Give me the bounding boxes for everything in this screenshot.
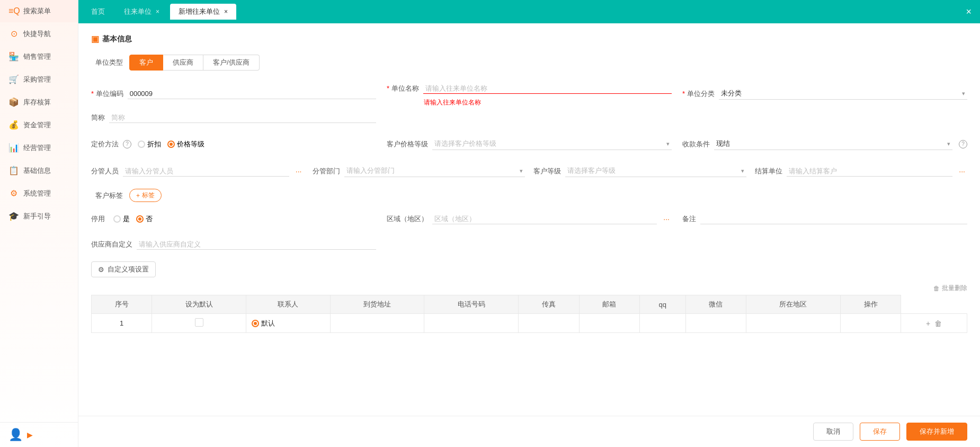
unit-code-value-wrapper <box>128 89 376 99</box>
sidebar-item-inventory[interactable]: 📦 库存核算 <box>0 91 78 113</box>
sidebar-item-finance-mgmt[interactable]: 💰 资金管理 <box>0 113 78 136</box>
row-add-icon[interactable]: + <box>926 319 930 328</box>
department-select[interactable]: 请输入分管部门 ▾ <box>344 165 525 177</box>
contact-table: 序号 设为默认 联系人 到货地址 电话号码 传真 邮箱 qq 微信 所在地区 操… <box>91 295 967 333</box>
add-tag-button[interactable]: + 标签 <box>129 189 162 202</box>
tab-new-partner-close[interactable]: × <box>224 8 228 15</box>
tab-new-partner[interactable]: 新增往来单位 × <box>170 4 236 20</box>
supplier-custom-input[interactable] <box>139 240 374 248</box>
pricing-pricelevel-radio <box>167 141 175 148</box>
remark-input[interactable] <box>702 215 965 223</box>
unit-name-label: 单位名称 <box>387 84 419 93</box>
customer-price-level-select[interactable]: 请选择客户价格等级 ▾ <box>432 138 672 150</box>
customer-level-chevron-icon: ▾ <box>741 168 744 174</box>
remark-value-wrapper <box>700 214 967 224</box>
manager-dots-btn[interactable]: ··· <box>293 167 304 176</box>
row-customer-tag: 客户标签 + 标签 <box>91 189 967 202</box>
disabled-yes-label: 是 <box>123 214 130 224</box>
unit-type-both-btn[interactable]: 客户/供应商 <box>203 55 260 71</box>
region-value-wrapper <box>432 214 657 224</box>
payment-terms-select[interactable]: 现结 ▾ <box>714 138 952 150</box>
sidebar-item-label: 销售管理 <box>23 52 51 62</box>
purchase-icon: 🛒 <box>8 74 19 84</box>
customize-btn-label: 自定义项设置 <box>108 265 149 274</box>
row-fax-cell[interactable] <box>579 314 639 333</box>
row-default-radio-item[interactable]: 默认 <box>252 319 324 328</box>
row-delete-icon[interactable]: 🗑 <box>934 319 942 328</box>
customize-settings-button[interactable]: ⚙ 自定义项设置 <box>91 261 156 277</box>
expand-icon: ▶ <box>27 431 33 439</box>
pricing-pricelevel-option[interactable]: 价格等级 <box>167 139 204 149</box>
col-region: 所在地区 <box>746 295 840 314</box>
region-label: 区域（地区） <box>387 214 428 224</box>
sidebar-item-base-info[interactable]: 📋 基础信息 <box>0 159 78 182</box>
row-phone-cell[interactable] <box>519 314 579 333</box>
sidebar-item-sales-mgmt[interactable]: 🏪 销售管理 <box>0 45 78 68</box>
save-new-button[interactable]: 保存并新增 <box>906 423 967 441</box>
sidebar-item-ops-mgmt[interactable]: 📊 经营管理 <box>0 136 78 159</box>
manager-value-wrapper <box>123 166 289 177</box>
form-content: ▣ 基本信息 单位类型 客户 供应商 客户/供应商 单位编码 <box>78 23 980 416</box>
tab-bar: 首页 往来单位 × 新增往来单位 × × <box>78 0 980 23</box>
sys-icon: ⚙ <box>8 188 19 198</box>
remark-field: 备注 <box>682 211 967 227</box>
sidebar-item-beginner-guide[interactable]: 🎓 新手引导 <box>0 205 78 227</box>
row-contact-cell[interactable] <box>330 314 424 333</box>
department-placeholder: 请输入分管部门 <box>346 166 520 176</box>
customer-level-select[interactable]: 请选择客户等级 ▾ <box>565 165 746 177</box>
row-pricing: 定价方法 ? 折扣 价格等级 客户价格等级 请选择客户价格等级 <box>91 135 967 153</box>
sidebar-item-purchase-mgmt[interactable]: 🛒 采购管理 <box>0 68 78 91</box>
payment-terms-value: 现结 <box>716 139 947 148</box>
row-shortname: 简称 <box>91 109 967 126</box>
sidebar-item-quick-nav[interactable]: ⊙ 快捷导航 <box>0 22 78 45</box>
row-email-cell[interactable] <box>640 314 685 333</box>
row-disabled-region-remark: 停用 是 否 区域（地区） ··· <box>91 211 967 227</box>
sidebar: ≡Q 搜索菜单 ⊙ 快捷导航 🏪 销售管理 🛒 采购管理 📦 库存核算 💰 资金… <box>0 0 78 447</box>
disabled-yes-option[interactable]: 是 <box>113 214 130 224</box>
unit-category-value: 未分类 <box>721 89 962 98</box>
cancel-button[interactable]: 取消 <box>813 423 853 441</box>
row-checkbox[interactable] <box>195 318 203 327</box>
unit-type-supplier-btn[interactable]: 供应商 <box>163 55 203 71</box>
section-basic-info: ▣ 基本信息 <box>91 34 967 44</box>
save-button[interactable]: 保存 <box>860 423 900 441</box>
row-wechat-cell[interactable] <box>746 314 840 333</box>
unit-code-input[interactable] <box>130 90 374 98</box>
disabled-no-option[interactable]: 否 <box>136 214 153 224</box>
pricing-method-label: 定价方法 <box>91 139 119 149</box>
tab-home[interactable]: 首页 <box>83 4 113 20</box>
pricing-help-icon[interactable]: ? <box>123 140 131 148</box>
row-address-cell[interactable] <box>424 314 519 333</box>
short-name-field: 简称 <box>91 109 376 126</box>
sidebar-item-sys-mgmt[interactable]: ⚙ 系统管理 <box>0 182 78 205</box>
supplier-custom-value-wrapper <box>137 239 376 250</box>
settlement-unit-dots-btn[interactable]: ··· <box>957 167 967 176</box>
batch-delete-label[interactable]: 批量删除 <box>942 284 967 293</box>
payment-terms-help-icon[interactable]: ? <box>959 140 967 148</box>
col-email: 邮箱 <box>579 295 639 314</box>
short-name-label: 简称 <box>91 113 105 122</box>
col-fax: 传真 <box>519 295 579 314</box>
table-header-row: 序号 设为默认 联系人 到货地址 电话号码 传真 邮箱 qq 微信 所在地区 操… <box>92 295 967 314</box>
tab-partner-list-close[interactable]: × <box>156 8 159 15</box>
manager-input[interactable] <box>125 167 287 175</box>
unit-type-row: 单位类型 客户 供应商 客户/供应商 <box>91 55 967 71</box>
manager-label: 分管人员 <box>91 166 119 176</box>
row-region-cell[interactable] <box>840 314 901 333</box>
settlement-unit-input[interactable] <box>789 167 951 175</box>
short-name-input[interactable] <box>111 113 374 121</box>
unit-category-select[interactable]: 未分类 ▾ <box>719 87 967 100</box>
tab-partner-list[interactable]: 往来单位 × <box>115 4 168 20</box>
region-input[interactable] <box>434 215 655 223</box>
pricing-discount-option[interactable]: 折扣 <box>138 139 161 149</box>
department-chevron-icon: ▾ <box>520 168 523 174</box>
row-qq-cell[interactable] <box>685 314 746 333</box>
close-all-tabs-button[interactable]: × <box>961 4 976 20</box>
unit-code-label: 单位编码 <box>91 89 123 99</box>
payment-terms-label: 收款条件 <box>682 139 710 149</box>
department-field: 分管部门 请输入分管部门 ▾ <box>313 162 525 180</box>
unit-type-customer-btn[interactable]: 客户 <box>129 55 163 71</box>
sidebar-item-search-menu[interactable]: ≡Q 搜索菜单 <box>0 0 78 22</box>
region-dots-btn[interactable]: ··· <box>661 215 672 223</box>
unit-name-input[interactable] <box>425 84 670 92</box>
